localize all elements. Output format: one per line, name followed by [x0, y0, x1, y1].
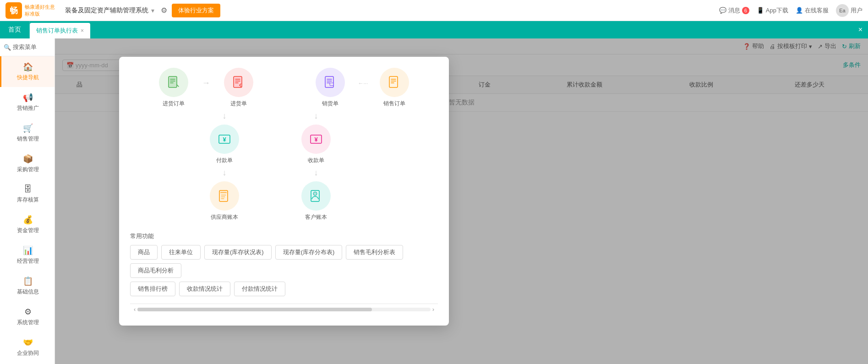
- flow-row-arrows: ↓ ↓: [133, 111, 435, 121]
- sidebar-item-basic-info[interactable]: 📋 基础信息: [0, 271, 55, 301]
- svg-text:¥: ¥: [314, 136, 318, 143]
- common-functions: 常用功能 商品 往来单位 现存量(库存状况表) 现存量(库存分布表) 销售毛利分…: [130, 232, 438, 296]
- tab-bar-close-icon[interactable]: ×: [858, 26, 863, 34]
- flow-item-receipt-bill[interactable]: ¥ 收款单: [289, 125, 344, 164]
- sidebar-item-marketing[interactable]: 📢 营销推广: [0, 87, 55, 118]
- purchase-order-icon: [159, 68, 188, 97]
- tab-sales-order[interactable]: 销售订单执行表 ×: [30, 23, 90, 38]
- flow-item-purchase-bill[interactable]: 进货单: [211, 68, 266, 108]
- flow-diagram: 进货订单 → 进货单: [130, 68, 438, 225]
- common-btn-sales-profit[interactable]: 销售毛利分析表: [346, 245, 403, 260]
- tab-bar: 首页 销售订单执行表 × ×: [0, 21, 868, 38]
- sidebar-search[interactable]: 🔍 搜索菜单: [0, 38, 55, 56]
- common-btns-row: 商品 往来单位 现存量(库存状况表) 现存量(库存分布表) 销售毛利分析表 商品…: [130, 245, 438, 278]
- modal-overlay[interactable]: 进货订单 → 进货单: [55, 38, 868, 364]
- flow-row-2: ¥ 付款单 ¥: [133, 125, 435, 164]
- system-dropdown-icon[interactable]: ▾: [151, 7, 154, 14]
- receipt-bill-icon: ¥: [301, 125, 331, 154]
- sidebar-item-finance[interactable]: 💰 资金管理: [0, 209, 55, 240]
- service-icon: 👤: [796, 7, 803, 14]
- online-service-btn[interactable]: 👤 在线客服: [796, 6, 829, 15]
- finance-icon: 💰: [23, 215, 33, 225]
- flow-item-purchase-order[interactable]: 进货订单: [146, 68, 201, 108]
- arrow-po-pb: →: [202, 78, 210, 97]
- purchase-icon: 📦: [23, 154, 33, 164]
- customer-ledger-icon: [301, 181, 331, 211]
- arrow-receipt-down: ↓: [314, 167, 318, 178]
- arrow-pb-down: ↓: [223, 110, 227, 121]
- scroll-right-icon[interactable]: ›: [432, 306, 434, 313]
- scrollbar-thumb[interactable]: [137, 308, 371, 311]
- enterprise-icon: 🤝: [23, 337, 33, 348]
- inventory-icon: 🗄: [24, 185, 32, 194]
- svg-rect-3: [330, 83, 333, 86]
- dashed-arrow-so-sb: ← · · ·: [358, 80, 367, 96]
- settings-icon[interactable]: ⚙: [161, 6, 167, 15]
- common-btns-row2: 销售排行榜 收款情况统计 付款情况统计: [130, 282, 438, 296]
- scroll-area: ‹ ›: [130, 304, 438, 315]
- sales-bill-icon: [316, 68, 345, 97]
- sales-order-icon: [380, 68, 409, 97]
- sidebar-item-purchase[interactable]: 📦 采购管理: [0, 148, 55, 179]
- logo-icon: 畅: [5, 2, 22, 19]
- user-profile[interactable]: Ea 用户: [836, 4, 863, 17]
- supplier-ledger-icon: [210, 181, 239, 211]
- phone-icon: 📱: [757, 7, 764, 14]
- arrow-sb-down: ↓: [314, 110, 318, 121]
- common-btn-product[interactable]: 商品: [130, 245, 158, 260]
- operation-icon: 📊: [23, 245, 33, 255]
- flow-item-customer-ledger[interactable]: 客户账本: [289, 181, 344, 221]
- flow-item-sales-bill[interactable]: 销货单: [303, 68, 358, 108]
- svg-rect-4: [389, 76, 398, 87]
- common-btn-partner[interactable]: 往来单位: [161, 245, 201, 260]
- main-layout: 🔍 搜索菜单 🏠 快捷导航 📢 营销推广 🛒 销售管理 📦 采购管理 🗄 库存核…: [0, 38, 868, 364]
- system-icon: ⚙: [24, 307, 32, 317]
- avatar: Ea: [836, 4, 849, 17]
- scroll-left-icon[interactable]: ‹: [134, 306, 136, 313]
- experience-btn[interactable]: 体验行业方案: [172, 4, 220, 17]
- svg-rect-0: [169, 76, 177, 87]
- message-icon: 💬: [719, 7, 726, 14]
- common-btn-product-profit[interactable]: 商品毛利分析: [130, 263, 181, 278]
- common-btn-sales-rank[interactable]: 销售排行榜: [130, 282, 175, 296]
- home-icon: 🏠: [23, 62, 33, 72]
- svg-point-12: [313, 192, 317, 196]
- message-btn[interactable]: 💬 消息 6: [719, 6, 749, 15]
- search-icon: 🔍: [4, 44, 11, 51]
- flow-item-sales-order[interactable]: 销售订单: [367, 68, 422, 108]
- system-title: 装备及固定资产辅助管理系统 ▾: [65, 6, 154, 15]
- common-functions-title: 常用功能: [130, 232, 438, 240]
- flow-item-payment-bill[interactable]: ¥ 付款单: [197, 125, 252, 164]
- common-btn-receipt-stats[interactable]: 收款情况统计: [179, 282, 230, 296]
- marketing-icon: 📢: [23, 92, 33, 103]
- app-download-btn[interactable]: 📱 App下载: [757, 6, 788, 15]
- common-btn-payment-stats[interactable]: 付款情况统计: [234, 282, 285, 296]
- flow-item-supplier-ledger[interactable]: 供应商账本: [197, 181, 252, 221]
- sales-icon: 🛒: [23, 123, 33, 133]
- header-right: 💬 消息 6 📱 App下载 👤 在线客服 Ea 用户: [719, 4, 863, 17]
- common-btn-inventory-status[interactable]: 现存量(库存状况表): [204, 245, 272, 260]
- sidebar-item-inventory[interactable]: 🗄 库存核算: [0, 179, 55, 209]
- payment-bill-icon: ¥: [210, 125, 239, 154]
- svg-text:¥: ¥: [223, 136, 226, 143]
- scrollbar-track[interactable]: [137, 308, 430, 311]
- svg-rect-10: [220, 192, 227, 193]
- sidebar: 🔍 搜索菜单 🏠 快捷导航 📢 营销推广 🛒 销售管理 📦 采购管理 🗄 库存核…: [0, 38, 55, 364]
- sidebar-item-sales[interactable]: 🛒 销售管理: [0, 118, 55, 148]
- content-area: ❓ 帮助 🖨 按模板打印 ▾ ↗ 导出 ↻ 刷新: [55, 38, 868, 364]
- sidebar-item-system[interactable]: ⚙ 系统管理: [0, 301, 55, 332]
- common-btn-inventory-dist[interactable]: 现存量(库存分布表): [275, 245, 343, 260]
- flow-row-3: 供应商账本 客户账本: [133, 181, 435, 221]
- sidebar-item-operation[interactable]: 📊 经营管理: [0, 240, 55, 271]
- basic-info-icon: 📋: [23, 276, 33, 286]
- purchase-bill-icon: [224, 68, 253, 97]
- tab-home[interactable]: 首页: [0, 21, 30, 38]
- flow-row-arrows2: ↓ ↓: [133, 168, 435, 178]
- arrow-pay-down: ↓: [223, 167, 227, 178]
- logo-area: 畅 畅康通好生意 标准版: [5, 2, 60, 19]
- top-header: 畅 畅康通好生意 标准版 装备及固定资产辅助管理系统 ▾ ⚙ 体验行业方案 💬 …: [0, 0, 868, 21]
- modal-box: 进货订单 → 进货单: [119, 57, 449, 326]
- sidebar-item-enterprise[interactable]: 🤝 企业协同: [0, 332, 55, 363]
- tab-close-icon[interactable]: ×: [81, 27, 84, 34]
- sidebar-item-quick-nav[interactable]: 🏠 快捷导航: [0, 56, 55, 87]
